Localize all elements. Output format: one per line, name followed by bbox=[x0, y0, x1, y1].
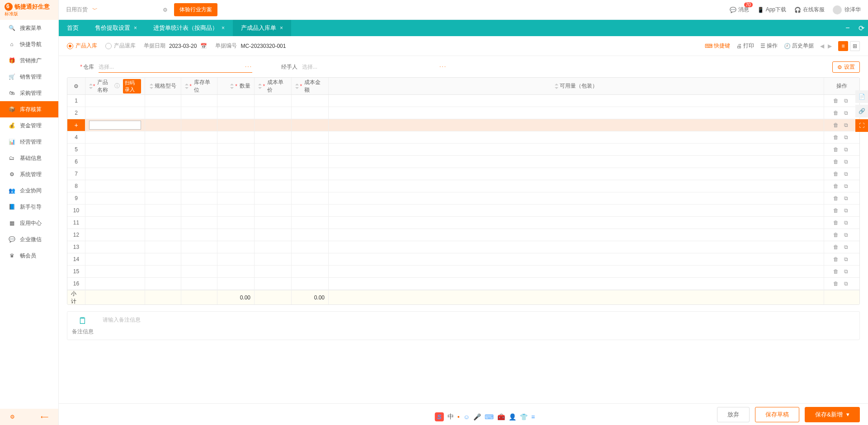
sidebar-item-gear[interactable]: ⚙系统管理 bbox=[0, 166, 58, 182]
cell-spec[interactable] bbox=[145, 119, 181, 131]
sidebar-item-info[interactable]: 🗂基础信息 bbox=[0, 150, 58, 166]
delete-row-icon[interactable]: 🗑 bbox=[833, 268, 840, 275]
cell-avail[interactable] bbox=[329, 119, 824, 131]
save-draft-button[interactable]: 保存草稿 bbox=[755, 407, 799, 422]
warehouse-input[interactable]: 选择... ··· bbox=[99, 62, 252, 73]
cell-price[interactable] bbox=[255, 266, 292, 277]
cell-spec[interactable] bbox=[145, 107, 181, 119]
product-name-input[interactable] bbox=[89, 121, 141, 130]
ime-shirt-icon[interactable]: 👕 bbox=[520, 413, 528, 420]
cell-price[interactable] bbox=[255, 205, 292, 216]
col-qty[interactable]: *数量 bbox=[217, 78, 255, 94]
delete-row-icon[interactable]: 🗑 bbox=[833, 232, 840, 238]
copy-row-icon[interactable]: ⧉ bbox=[844, 110, 850, 116]
cell-avail[interactable] bbox=[329, 266, 824, 277]
copy-row-icon[interactable]: ⧉ bbox=[844, 195, 850, 201]
sidebar-item-search[interactable]: 🔍搜索菜单 bbox=[0, 20, 58, 36]
table-row[interactable]: 6🗑⧉ bbox=[67, 156, 859, 168]
cell-unit[interactable] bbox=[181, 278, 217, 290]
refresh-tab-icon[interactable]: ⟳ bbox=[854, 24, 868, 33]
history-link[interactable]: 🕘历史单据 bbox=[784, 42, 814, 50]
add-row-icon[interactable]: + bbox=[72, 121, 80, 129]
cell-avail[interactable] bbox=[329, 241, 824, 253]
handler-input[interactable]: 选择... ··· bbox=[302, 62, 447, 73]
messages-link[interactable]: 💬 消息 70 bbox=[730, 6, 749, 14]
shortcut-link[interactable]: ⌨快捷键 bbox=[705, 42, 730, 50]
delete-row-icon[interactable]: 🗑 bbox=[833, 122, 840, 128]
ime-menu-icon[interactable]: ≡ bbox=[531, 413, 535, 420]
cell-avail[interactable] bbox=[329, 144, 824, 155]
cell-avail[interactable] bbox=[329, 131, 824, 143]
cell-spec[interactable] bbox=[145, 241, 181, 253]
table-row[interactable]: 11🗑⧉ bbox=[67, 217, 859, 229]
table-row[interactable]: 7🗑⧉ bbox=[67, 168, 859, 180]
user-menu[interactable]: 徐泽华 bbox=[833, 5, 861, 14]
sidebar-item-cart[interactable]: 🛒销售管理 bbox=[0, 69, 58, 85]
cell-price[interactable] bbox=[255, 119, 292, 131]
delete-row-icon[interactable]: 🗑 bbox=[833, 183, 840, 189]
cell-price[interactable] bbox=[255, 95, 292, 107]
dock-note-icon[interactable]: 📄 bbox=[855, 90, 868, 103]
cell-qty[interactable] bbox=[217, 156, 255, 168]
cell-price[interactable] bbox=[255, 241, 292, 253]
prev-record-icon[interactable]: ◀ bbox=[820, 43, 824, 49]
copy-row-icon[interactable]: ⧉ bbox=[844, 171, 850, 177]
cell-name[interactable] bbox=[85, 266, 145, 277]
delete-row-icon[interactable]: 🗑 bbox=[833, 280, 840, 287]
scan-badge[interactable]: 扫码录入 bbox=[123, 79, 141, 93]
cell-avail[interactable] bbox=[329, 156, 824, 168]
sidebar-item-apps[interactable]: ▦应用中心 bbox=[0, 215, 58, 231]
table-row[interactable]: 10🗑⧉ bbox=[67, 205, 859, 217]
cell-qty[interactable] bbox=[217, 168, 255, 180]
cell-price[interactable] bbox=[255, 131, 292, 143]
cell-name[interactable] bbox=[85, 192, 145, 204]
sidebar-item-box[interactable]: 📦库存核算 bbox=[0, 101, 58, 117]
cell-unit[interactable] bbox=[181, 107, 217, 119]
cell-spec[interactable] bbox=[145, 95, 181, 107]
col-amount[interactable]: *成本金额 bbox=[292, 78, 329, 94]
cell-avail[interactable] bbox=[329, 229, 824, 241]
cell-price[interactable] bbox=[255, 217, 292, 229]
cell-price[interactable] bbox=[255, 192, 292, 204]
cell-price[interactable] bbox=[255, 229, 292, 241]
col-product-name[interactable]: *产品名称ⓘ扫码录入 bbox=[85, 78, 145, 94]
cell-qty[interactable] bbox=[217, 278, 255, 290]
doc-date-value[interactable]: 2023-03-20 bbox=[169, 43, 197, 49]
cell-unit[interactable] bbox=[181, 229, 217, 241]
delete-row-icon[interactable]: 🗑 bbox=[833, 146, 840, 153]
cell-unit[interactable] bbox=[181, 180, 217, 192]
cell-amount[interactable] bbox=[292, 156, 329, 168]
remarks-input[interactable]: 请输入备注信息 bbox=[98, 312, 859, 340]
cell-qty[interactable] bbox=[217, 131, 255, 143]
radio-product-out[interactable]: 产品退库 bbox=[105, 42, 136, 50]
cell-spec[interactable] bbox=[145, 266, 181, 277]
table-row[interactable]: 4🗑⧉ bbox=[67, 131, 859, 144]
cell-name[interactable] bbox=[85, 107, 145, 119]
sidebar-item-bag[interactable]: 🛍采购管理 bbox=[0, 85, 58, 101]
cell-unit[interactable] bbox=[181, 168, 217, 180]
cell-unit[interactable] bbox=[181, 192, 217, 204]
copy-row-icon[interactable]: ⧉ bbox=[844, 244, 850, 250]
category-select[interactable]: 日用百货 ﹀ bbox=[66, 6, 156, 14]
experience-plan-button[interactable]: 体验行业方案 bbox=[174, 3, 217, 16]
copy-row-icon[interactable]: ⧉ bbox=[844, 146, 850, 153]
cell-qty[interactable] bbox=[217, 205, 255, 216]
calendar-icon[interactable]: 📅 bbox=[200, 43, 207, 49]
table-row[interactable]: 15🗑⧉ bbox=[67, 266, 859, 278]
copy-row-icon[interactable]: ⧉ bbox=[844, 122, 850, 128]
app-download-link[interactable]: 📱 App下载 bbox=[757, 6, 786, 14]
cell-name[interactable] bbox=[85, 156, 145, 168]
sidebar-item-gift[interactable]: 🎁营销推广 bbox=[0, 52, 58, 69]
cell-name[interactable] bbox=[85, 205, 145, 216]
delete-row-icon[interactable]: 🗑 bbox=[833, 244, 840, 250]
copy-row-icon[interactable]: ⧉ bbox=[844, 98, 850, 104]
ime-dot-icon[interactable]: • bbox=[458, 413, 460, 420]
cell-amount[interactable] bbox=[292, 168, 329, 180]
cell-qty[interactable] bbox=[217, 180, 255, 192]
delete-row-icon[interactable]: 🗑 bbox=[833, 220, 840, 226]
cell-price[interactable] bbox=[255, 278, 292, 290]
collapse-sidebar-icon[interactable]: ⟵ bbox=[41, 414, 48, 420]
sidebar-item-team[interactable]: 👥企业协同 bbox=[0, 182, 58, 199]
col-price[interactable]: *成本单价 bbox=[255, 78, 292, 94]
cell-qty[interactable] bbox=[217, 192, 255, 204]
